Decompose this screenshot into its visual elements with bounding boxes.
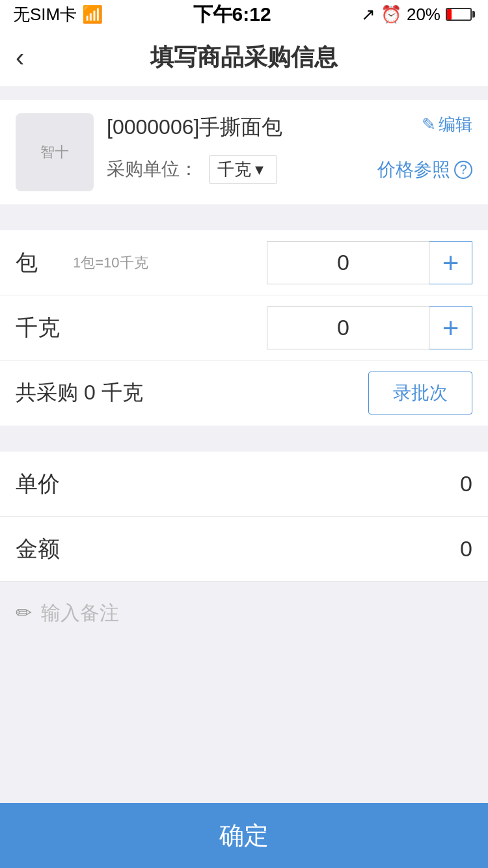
product-card: 智十 [0000006]手撕面包 ✎ 编辑 采购单位： 千克 ▾ 价格参照 ? [0, 100, 488, 204]
unit-price-value: 0 [460, 471, 472, 496]
carrier-text: 无SIM卡 [13, 3, 77, 26]
batch-button[interactable]: 录批次 [368, 372, 472, 414]
edit-label: 编辑 [439, 113, 472, 136]
bao-hint: 1包=10千克 [73, 253, 148, 273]
unit-price-row: 单价 0 [0, 452, 488, 517]
product-image-text: 智十 [40, 142, 69, 162]
back-button[interactable]: ‹ [16, 43, 24, 72]
price-ref-button[interactable]: 价格参照 ? [377, 157, 472, 182]
summary-row: 共采购 0 千克 录批次 [0, 360, 488, 426]
unit-selector[interactable]: 采购单位： 千克 ▾ [107, 155, 277, 184]
product-info: [0000006]手撕面包 ✎ 编辑 采购单位： 千克 ▾ 价格参照 ? [107, 113, 472, 184]
bao-input[interactable] [267, 241, 429, 284]
notes-placeholder: 输入备注 [41, 600, 119, 627]
kg-plus-button[interactable]: + [429, 306, 472, 349]
status-bar-left: 无SIM卡 📶 [13, 3, 103, 26]
amount-value: 0 [460, 536, 472, 562]
confirm-button[interactable]: 确定 [0, 803, 488, 868]
summary-amount: 0 [84, 381, 96, 404]
bao-label: 包 [16, 248, 68, 278]
form-section: 包 1包=10千克 + 千克 + 共采购 0 千克 录批次 [0, 230, 488, 426]
bao-plus-button[interactable]: + [429, 241, 472, 284]
notes-section[interactable]: ✏ 输入备注 [0, 582, 488, 712]
bao-row: 包 1包=10千克 + [0, 230, 488, 295]
alarm-icon: ⏰ [381, 5, 401, 25]
product-image: 智十 [16, 113, 94, 191]
summary-text: 共采购 0 千克 [16, 379, 143, 407]
edit-button[interactable]: ✎ 编辑 [422, 113, 472, 136]
summary-label: 共采购 [16, 381, 78, 404]
dropdown-arrow-icon: ▾ [255, 159, 264, 180]
battery-icon [446, 8, 475, 21]
product-unit-row: 采购单位： 千克 ▾ 价格参照 ? [107, 155, 472, 184]
bao-controls: + [267, 241, 472, 284]
mid-divider-2 [0, 426, 488, 439]
top-divider [0, 87, 488, 100]
edit-icon: ✎ [422, 115, 436, 135]
location-icon: ↗ [361, 5, 375, 25]
status-bar-right: ↗ ⏰ 20% [361, 5, 475, 25]
summary-unit: 千克 [102, 381, 143, 404]
unit-value: 千克 [217, 158, 251, 181]
nav-bar: ‹ 填写商品采购信息 [0, 29, 488, 87]
wifi-icon: 📶 [82, 5, 103, 25]
product-header: [0000006]手撕面包 ✎ 编辑 [107, 113, 472, 142]
battery-percent: 20% [407, 5, 441, 25]
kg-controls: + [267, 306, 472, 349]
amount-row: 金额 0 [0, 517, 488, 582]
amount-label: 金额 [16, 534, 60, 564]
price-info-section: 单价 0 金额 0 [0, 452, 488, 582]
product-name: [0000006]手撕面包 [107, 113, 282, 142]
price-ref-help-icon: ? [454, 161, 472, 179]
confirm-label: 确定 [219, 819, 269, 852]
mid-divider-1 [0, 204, 488, 217]
status-bar-time: 下午6:12 [193, 1, 271, 28]
notes-icon: ✏ [16, 601, 32, 624]
kg-label: 千克 [16, 313, 68, 343]
unit-price-label: 单价 [16, 469, 60, 499]
kg-row: 千克 + [0, 295, 488, 360]
unit-label: 采购单位： [107, 159, 198, 179]
page-title: 填写商品采购信息 [150, 42, 338, 74]
kg-input[interactable] [267, 306, 429, 349]
unit-dropdown[interactable]: 千克 ▾ [209, 155, 277, 184]
status-bar: 无SIM卡 📶 下午6:12 ↗ ⏰ 20% [0, 0, 488, 29]
price-ref-label: 价格参照 [377, 157, 450, 182]
